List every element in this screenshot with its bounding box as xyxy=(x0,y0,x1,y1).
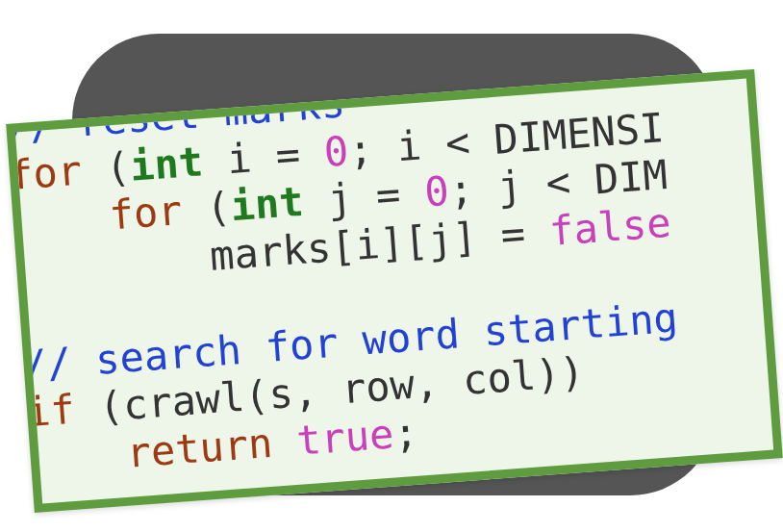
code-snippet-card: // reset marks for (int i = 0; i < DIMEN… xyxy=(6,69,783,513)
literal-true: true xyxy=(295,410,395,464)
var-i: i xyxy=(225,134,253,183)
var-j: j xyxy=(326,174,354,223)
keyword-for: for xyxy=(108,187,184,239)
punct: ( xyxy=(80,142,132,193)
literal-false: false xyxy=(547,198,672,254)
keyword-if: if xyxy=(24,386,76,437)
type-int: int xyxy=(128,138,204,190)
literal-zero: 0 xyxy=(423,167,451,216)
keyword-for: for xyxy=(7,146,83,198)
code-block: // reset marks for (int i = 0; i < DIMEN… xyxy=(6,69,783,485)
type-int: int xyxy=(229,178,305,230)
literal-zero: 0 xyxy=(322,127,350,176)
keyword-return: return xyxy=(125,419,274,477)
